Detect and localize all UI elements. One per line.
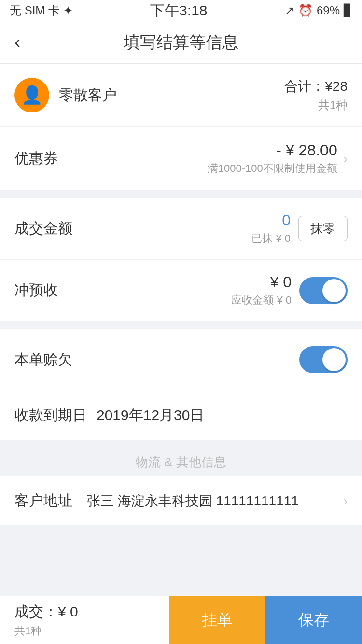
customer-total-section: 合计：¥28 共1种 <box>284 77 348 113</box>
prepayment-sub: 应收金额 ¥ 0 <box>231 293 292 308</box>
avatar-icon: 👤 <box>21 85 43 105</box>
round-button[interactable]: 抹零 <box>298 216 348 241</box>
transaction-amount-sub: 已抹 ¥ 0 <box>251 231 291 246</box>
debit-toggle-knob <box>322 348 346 371</box>
battery-label: 69% <box>317 4 340 17</box>
location-icon: ↗ <box>285 4 294 17</box>
debit-row: 本单赊欠 <box>0 329 362 391</box>
coupon-amount: - ¥ 28.00 <box>208 141 337 159</box>
customer-total: 合计：¥28 <box>284 77 348 96</box>
status-bar: 无 SIM 卡 ✦ 下午3:18 ↗ ⏰ 69% ▊ <box>0 0 362 21</box>
logistics-label: 物流 & 其他信息 <box>136 454 226 471</box>
amount-section: 成交金额 0 已抹 ¥ 0 抹零 冲预收 ¥ 0 应收金额 ¥ 0 <box>0 198 362 321</box>
prepayment-toggle[interactable] <box>299 277 348 304</box>
coupon-desc: 满1000-100不限制使用金额 <box>208 161 337 176</box>
duedate-row[interactable]: 收款到期日 2019年12月30日 <box>0 391 362 440</box>
battery-icon: ▊ <box>344 4 352 17</box>
nav-bar: ‹ 填写结算等信息 <box>0 21 362 64</box>
address-section: 客户地址 张三 海淀永丰科技园 11111111111 › <box>0 476 362 525</box>
transaction-amount-value[interactable]: 0 <box>251 211 291 229</box>
prepayment-row: 冲预收 ¥ 0 应收金额 ¥ 0 <box>0 259 362 321</box>
bottom-amount-prefix: 成交： <box>14 603 58 619</box>
transaction-amount-row: 成交金额 0 已抹 ¥ 0 抹零 <box>0 198 362 259</box>
debit-toggle[interactable] <box>299 346 348 373</box>
status-time: 下午3:18 <box>150 1 207 21</box>
alarm-icon: ⏰ <box>298 4 313 17</box>
address-label: 客户地址 <box>14 491 72 511</box>
customer-row: 👤 零散客户 合计：¥28 共1种 <box>0 64 362 126</box>
customer-info: 👤 零散客户 <box>14 78 117 112</box>
address-row[interactable]: 客户地址 张三 海淀永丰科技园 11111111111 › <box>0 476 362 525</box>
customer-count: 共1种 <box>284 98 348 113</box>
debit-section: 本单赊欠 收款到期日 2019年12月30日 <box>0 329 362 440</box>
bottom-summary-amount: 成交：¥ 0 <box>14 602 154 622</box>
address-chevron-icon: › <box>343 493 348 509</box>
bottom-summary-count: 共1种 <box>14 624 154 638</box>
toggle-knob <box>322 279 346 302</box>
sim-label: 无 SIM 卡 ✦ <box>10 3 73 18</box>
prepayment-value: ¥ 0 <box>231 273 292 291</box>
duedate-label: 收款到期日 <box>14 406 87 425</box>
bottom-bar: 成交：¥ 0 共1种 挂单 保存 <box>0 596 362 644</box>
transaction-amount-label: 成交金额 <box>14 219 72 238</box>
page-title: 填写结算等信息 <box>124 31 238 54</box>
save-button[interactable]: 保存 <box>265 596 362 644</box>
prepayment-label: 冲预收 <box>14 280 58 300</box>
bottom-summary: 成交：¥ 0 共1种 <box>0 596 169 644</box>
debit-label: 本单赊欠 <box>14 350 72 370</box>
coupon-chevron-icon: › <box>343 151 348 167</box>
status-right: ↗ ⏰ 69% ▊ <box>285 4 352 17</box>
duedate-value: 2019年12月30日 <box>97 406 204 425</box>
customer-name: 零散客户 <box>59 85 117 105</box>
logistics-divider: 物流 & 其他信息 <box>0 448 362 476</box>
bottom-amount-value: ¥ 0 <box>58 603 78 619</box>
back-button[interactable]: ‹ <box>14 32 20 53</box>
hang-button[interactable]: 挂单 <box>169 596 265 644</box>
address-value: 张三 海淀永丰科技园 11111111111 <box>87 492 338 510</box>
customer-section: 👤 零散客户 合计：¥28 共1种 优惠券 - ¥ 28.00 满1000-10… <box>0 64 362 190</box>
coupon-label: 优惠券 <box>14 149 58 168</box>
coupon-row[interactable]: 优惠券 - ¥ 28.00 满1000-100不限制使用金额 › <box>0 126 362 190</box>
avatar: 👤 <box>14 78 49 112</box>
status-left: 无 SIM 卡 ✦ <box>10 3 73 18</box>
